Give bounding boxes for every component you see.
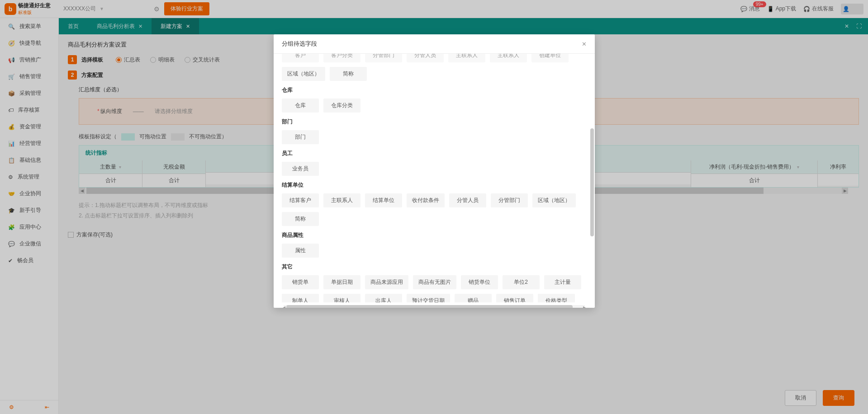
field-chip[interactable]: 创建单位 [531,54,569,62]
group-title: 其它 [282,263,587,271]
field-chip[interactable]: 仓库 [282,99,319,113]
field-chip[interactable]: 赠品 [455,294,492,302]
group-title: 结算单位 [282,181,587,189]
field-chip[interactable]: 销货单 [282,275,319,289]
field-chip[interactable]: 结算客户 [282,193,319,207]
field-chip[interactable]: 主联系人 [323,193,360,207]
field-chip[interactable]: 客户分类 [323,54,360,62]
modal-title: 分组待选字段 [282,40,317,48]
field-chip[interactable]: 单位2 [503,275,540,289]
field-chip[interactable]: 业务员 [282,162,319,176]
group-title: 商品属性 [282,231,587,239]
field-chip[interactable]: 区域（地区） [532,193,576,207]
field-chip[interactable]: 销售订单 [496,294,533,302]
field-chip[interactable]: 单据日期 [323,275,360,289]
field-group: 仓库 仓库仓库分类 [282,86,587,113]
field-chip[interactable]: 区域（地区） [282,67,325,81]
field-chip[interactable]: 仓库分类 [323,99,360,113]
field-chip[interactable]: 简称 [330,67,367,81]
field-chip[interactable]: 分管部门 [491,193,528,207]
field-chip[interactable]: 简称 [282,212,319,226]
field-group: 员工 业务员 [282,150,587,176]
modal-body: 客户客户分类分管部门分管人员主联系人主联系人创建单位区域（地区）简称 仓库 仓库… [274,54,595,308]
field-chip[interactable]: 分管人员 [407,54,444,62]
field-chip[interactable]: 制单人 [282,294,319,302]
scroll-right-icon[interactable]: ▶ [582,305,587,308]
scroll-thumb[interactable] [590,128,594,236]
field-group: 部门 部门 [282,118,587,144]
field-group: 其它 销货单单据日期商品来源应用商品有无图片销货单位单位2主计量制单人审核人出库… [282,263,587,302]
field-chip[interactable]: 预计交货日期 [407,294,450,302]
field-chip[interactable]: 主联系人 [490,54,527,62]
field-chip[interactable]: 收付款条件 [407,193,445,207]
field-chip[interactable]: 主计量 [544,275,581,289]
field-chip[interactable]: 审核人 [323,294,360,302]
scroll-thumb[interactable] [286,305,573,308]
field-group: 商品属性 属性 [282,231,587,258]
close-icon[interactable]: ✕ [582,41,587,47]
field-chip[interactable]: 部门 [282,130,319,144]
field-chip[interactable]: 价格类型 [538,294,575,302]
group-title: 部门 [282,118,587,126]
group-title: 仓库 [282,86,587,94]
field-chip[interactable]: 分管部门 [365,54,402,62]
field-chip[interactable]: 客户 [282,54,319,62]
modal-header: 分组待选字段 ✕ [274,34,595,54]
field-chip[interactable]: 结算单位 [365,193,402,207]
modal-vertical-scrollbar[interactable] [590,56,594,296]
modal-horizontal-scrollbar[interactable]: ◀ ▶ [284,305,585,308]
field-chip[interactable]: 主联系人 [448,54,485,62]
scroll-left-icon[interactable]: ◀ [282,305,286,308]
field-group: 结算单位 结算客户主联系人结算单位收付款条件分管人员分管部门区域（地区）简称 [282,181,587,226]
field-chip[interactable]: 商品来源应用 [365,275,408,289]
field-selector-modal: 分组待选字段 ✕ 客户客户分类分管部门分管人员主联系人主联系人创建单位区域（地区… [274,34,595,308]
field-chip[interactable]: 销货单位 [461,275,498,289]
group-title: 员工 [282,150,587,157]
field-chip[interactable]: 属性 [282,244,319,258]
field-chip[interactable]: 分管人员 [449,193,486,207]
field-chip[interactable]: 商品有无图片 [413,275,456,289]
field-chip[interactable]: 出库人 [365,294,402,302]
